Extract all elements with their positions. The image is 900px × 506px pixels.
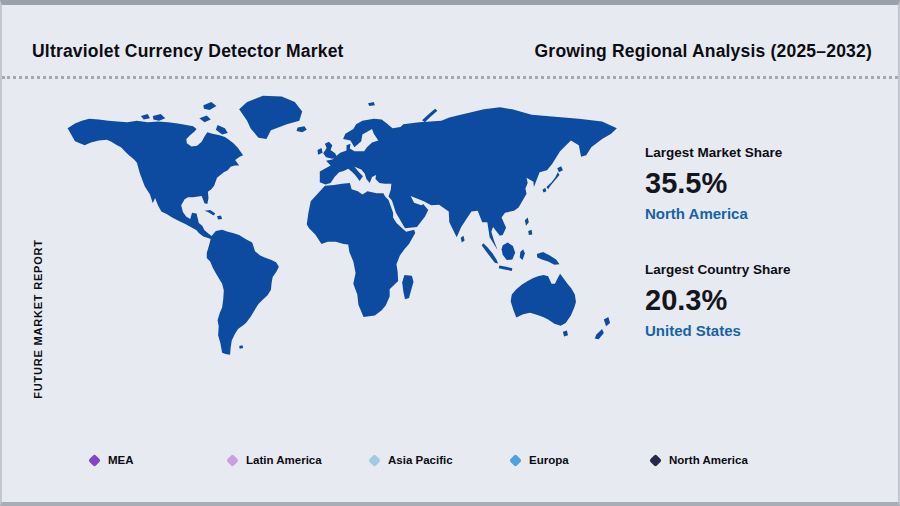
diamond-marker-icon — [88, 454, 101, 467]
page-title: Ultraviolet Currency Detector Market — [32, 41, 344, 62]
stat-country-share: Largest Country Share 20.3% United State… — [645, 262, 895, 339]
map-legend: MEA Latin America Asia Pacific Europa No… — [2, 454, 898, 474]
diamond-marker-icon — [226, 454, 239, 467]
legend-label: Latin America — [246, 454, 322, 466]
legend-label: North America — [669, 454, 748, 466]
stat-market-share: Largest Market Share 35.5% North America — [645, 145, 895, 222]
diamond-marker-icon — [649, 454, 662, 467]
legend-item-mea: MEA — [90, 454, 134, 466]
stat-value: 20.3% — [645, 286, 895, 315]
diamond-marker-icon — [509, 454, 522, 467]
legend-item-europa: Europa — [511, 454, 569, 466]
legend-label: Asia Pacific — [388, 454, 453, 466]
stat-label: Largest Market Share — [645, 145, 895, 160]
diamond-marker-icon — [368, 454, 381, 467]
report-frame: Ultraviolet Currency Detector Market Gro… — [0, 0, 900, 506]
world-map — [50, 83, 618, 421]
stat-value: 35.5% — [645, 169, 895, 198]
legend-label: MEA — [108, 454, 134, 466]
legend-item-latin-america: Latin America — [228, 454, 322, 466]
stats-panel: Largest Market Share 35.5% North America… — [645, 145, 895, 379]
world-map-svg — [50, 83, 618, 421]
stat-region: North America — [645, 205, 895, 222]
stat-label: Largest Country Share — [645, 262, 895, 277]
stat-region: United States — [645, 322, 895, 339]
brand-watermark: FUTURE MARKET REPORT — [32, 219, 48, 419]
continents — [68, 96, 617, 355]
legend-item-north-america: North America — [651, 454, 748, 466]
legend-item-asia-pacific: Asia Pacific — [370, 454, 453, 466]
header: Ultraviolet Currency Detector Market Gro… — [2, 5, 898, 79]
legend-label: Europa — [529, 454, 569, 466]
page-subtitle: Growing Regional Analysis (2025–2032) — [535, 41, 872, 62]
